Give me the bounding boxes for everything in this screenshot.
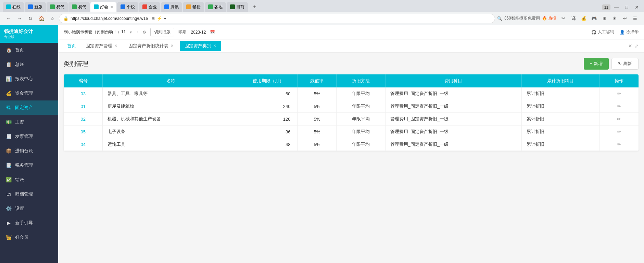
sidebar-item-archive[interactable]: 🗂 归档管理 [0,187,58,201]
tax-icon: 📑 [5,162,12,168]
browser-tab-newver[interactable]: 新版 [25,2,46,12]
refresh-btn[interactable]: ↻ 刷新 [611,58,639,70]
edit-icon[interactable]: ✏ [617,129,621,134]
row-id[interactable]: 05 [64,125,103,138]
sidebar-item-vip[interactable]: 👑 好会员 [0,230,58,244]
browser-tab-enterprise[interactable]: 企业 [139,2,160,12]
calendar-icon[interactable]: 📅 [210,30,215,35]
tab-add-btn[interactable]: + [250,2,260,12]
archive-icon: 🗂 [5,191,12,197]
row-id[interactable]: 02 [64,113,103,125]
edit-icon[interactable]: ✏ [617,116,621,122]
settings-icon: ⚙️ [5,205,12,212]
tab-tencent-label: 腾讯 [171,4,179,10]
game-tool[interactable]: 🎮 [589,14,599,23]
row-name: 器具、工具、家具等 [103,87,239,100]
sidebar-item-vip-label: 好会员 [15,234,28,240]
period-value: 2023-12 [191,30,206,35]
row-id[interactable]: 04 [64,138,103,151]
nav-home-btn[interactable]: 🏠 [37,14,46,23]
content-window-close[interactable]: ✕ [628,43,632,49]
row-method: 年限平均 [337,113,385,125]
settings-gear-icon[interactable]: ⚙ [142,30,146,35]
lightning-icon: ⚡ [157,16,162,21]
tab-fixed-depreciation[interactable]: 固定资产折旧统计表 ✕ [124,41,178,51]
window-minimize-btn[interactable]: — [612,3,621,12]
address-dropdown-icon[interactable]: ▾ [164,16,166,21]
edit-icon[interactable]: ✏ [617,142,621,147]
row-action[interactable]: ✏ [599,125,639,138]
sidebar-item-fund[interactable]: 💰 资金管理 [0,86,58,100]
nav-refresh-btn[interactable]: ↻ [26,14,35,23]
sidebar-item-purchase-sales[interactable]: 📦 进销台账 [0,144,58,158]
sidebar-item-invoice[interactable]: 🧾 发票管理 [0,129,58,144]
search-area: 🔍 360智能抠图免费用 🔥 热搜 [497,15,556,21]
tab-fixed-mgmt[interactable]: 固定资产管理 ✕ [81,41,122,51]
translate-tool[interactable]: 译 [569,14,578,23]
sidebar-item-settings[interactable]: ⚙️ 设置 [0,201,58,216]
tab-fixed-depreciation-close[interactable]: ✕ [171,44,174,48]
sidebar-item-guide[interactable]: ▶ 新手引导 [0,216,58,230]
sun-tool[interactable]: ☀ [610,14,619,23]
row-name: 电子设备 [103,125,239,138]
row-id[interactable]: 01 [64,100,103,113]
browser-tab-muqian[interactable]: 目前 [227,2,248,12]
switch-version-btn[interactable]: 切到旧版 [150,28,174,36]
sidebar-item-ledger[interactable]: 📋 总账 [0,57,58,72]
table-row: 05电子设备365%年限平均管理费用_固定资产折旧_一级累计折旧✏ [64,125,639,138]
window-maximize-btn[interactable]: □ [622,3,631,12]
row-id[interactable]: 03 [64,87,103,100]
tab-online-label: 在线 [12,4,21,10]
browser-tab-online[interactable]: 在线 [3,2,24,12]
browser-tab-tencent[interactable]: 腾讯 [161,2,182,12]
sidebar-item-fixed-assets[interactable]: 🏗 固定资产 [0,100,58,115]
window-close-btn[interactable]: ✕ [632,3,641,12]
sidebar-item-report[interactable]: 📊 报表中心 [0,72,58,86]
browser-tab-changjie[interactable]: 畅捷 [183,2,204,12]
tab-yidai2-label: 易代 [78,4,86,10]
content-window-expand[interactable]: ⤢ [634,43,639,49]
window-tab-count: 11 [602,4,610,10]
tab-home[interactable]: 首页 [64,41,79,51]
nav-bookmark-btn[interactable]: ☆ [48,14,57,23]
browser-tab-gedi[interactable]: 各地 [205,2,226,12]
row-action[interactable]: ✏ [599,138,639,151]
row-action[interactable]: ✏ [599,100,639,113]
dropdown-icon[interactable]: ▾ [130,30,132,35]
nav-forward-btn[interactable]: → [15,14,24,23]
sidebar-item-home[interactable]: 🏠 首页 [0,43,58,57]
user-profile[interactable]: 👤 徐泽华 [620,29,639,35]
row-action[interactable]: ✏ [599,113,639,125]
scissors-tool[interactable]: ✂ [558,14,568,23]
menu-tool[interactable]: ☰ [630,14,640,23]
edit-icon[interactable]: ✏ [617,91,621,96]
row-method: 年限平均 [337,87,385,100]
row-action[interactable]: ✏ [599,87,639,100]
tab-haohui-close[interactable]: ✕ [110,5,113,9]
browser-tab-yidai2[interactable]: 易代 [68,2,90,12]
consulting-btn[interactable]: 🎧 人工咨询 [591,29,614,35]
address-bar[interactable]: 🔒 https://cloud.chanjet.com/accounting/u… [59,14,495,23]
grid-tool[interactable]: ⊞ [599,14,609,23]
tab-haohui-label: 好会 [100,4,108,10]
row-name: 房屋及建筑物 [103,100,239,113]
tab-fixed-mgmt-close[interactable]: ✕ [114,44,117,48]
sidebar-item-checkout[interactable]: ✅ 结账 [0,172,58,187]
add-category-btn[interactable]: + 新增 [584,58,609,70]
sidebar-item-archive-label: 归档管理 [15,191,33,197]
add-user-btn[interactable]: + [136,30,138,35]
sidebar-item-salary[interactable]: 💵 工资 [0,115,58,129]
nav-back-btn[interactable]: ← [4,14,13,23]
row-expense: 管理费用_固定资产折旧_一级 [385,138,521,151]
edit-icon[interactable]: ✏ [617,104,621,109]
browser-tab-geshui[interactable]: 个税 [117,2,138,12]
browser-nav: ← → ↻ 🏠 ☆ 🔒 https://cloud.chanjet.com/ac… [0,12,644,25]
browser-tab-haohui[interactable]: 好会 ✕ [90,2,116,12]
tab-fixed-category[interactable]: 固定资产类别 ✕ [180,41,221,51]
browser-tab-yidai1[interactable]: 易代 [47,2,68,12]
coins-tool[interactable]: 💰 [579,14,589,23]
tab-fixed-category-close[interactable]: ✕ [213,44,216,48]
sidebar-item-tax[interactable]: 📑 税务管理 [0,158,58,172]
guide-icon: ▶ [5,220,12,226]
undo-tool[interactable]: ↩ [620,14,630,23]
